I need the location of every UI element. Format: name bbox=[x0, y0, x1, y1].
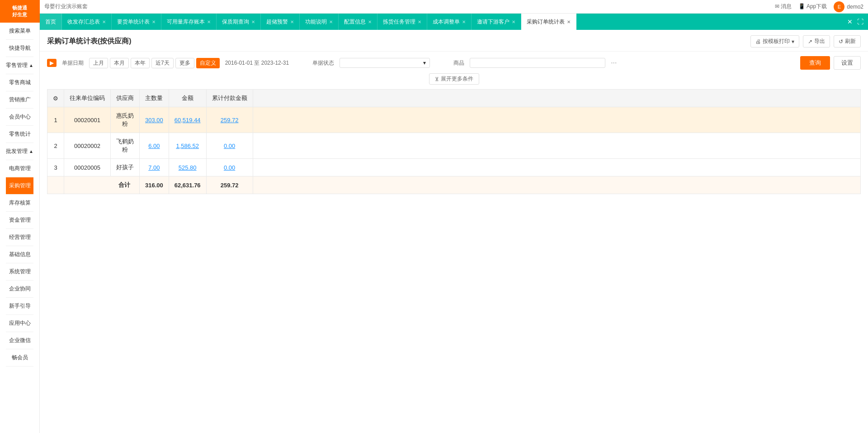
export-btn[interactable]: ↗ 导出 bbox=[803, 35, 830, 48]
template-print-btn[interactable]: 🖨 按模板打印 ▾ bbox=[750, 35, 799, 48]
tab-item-0[interactable]: 首页 bbox=[40, 14, 62, 30]
tab-close-btn[interactable]: ✕ bbox=[329, 19, 333, 24]
tab-close-btn[interactable]: ✕ bbox=[102, 19, 106, 24]
custom-date-btn[interactable]: 自定义 bbox=[196, 58, 220, 68]
last-month-btn[interactable]: 上月 bbox=[89, 58, 108, 68]
sidebar-item-15[interactable]: 企业协同 bbox=[6, 281, 33, 298]
tab-bar: 首页收发存汇总表✕要货单统计表✕可用量库存账本✕保质期查询✕超储预警✕功能说明✕… bbox=[40, 14, 868, 30]
sidebar: 畅捷通好生意 搜索菜单快捷导航零售管理▲零售商城营销推广会员中心零售统计批发管理… bbox=[0, 0, 40, 433]
sidebar-item-16[interactable]: 新手引导 bbox=[6, 298, 33, 315]
sidebar-label: 系统管理 bbox=[9, 268, 31, 276]
page-header: 采购订单统计表(按供应商) 🖨 按模板打印 ▾ ↗ 导出 ↺ 刷新 bbox=[40, 30, 868, 52]
cell-paid[interactable]: 0.00 bbox=[206, 159, 253, 176]
tab-close-btn[interactable]: ✕ bbox=[418, 19, 421, 24]
tab-item-2[interactable]: 要货单统计表✕ bbox=[112, 14, 161, 30]
footer-settings bbox=[47, 176, 64, 194]
status-select[interactable]: ▾ bbox=[340, 58, 430, 68]
sidebar-item-1[interactable]: 快捷导航 bbox=[6, 40, 33, 57]
tab-item-5[interactable]: 超储预警✕ bbox=[261, 14, 300, 30]
refresh-btn[interactable]: ↺ 刷新 bbox=[834, 35, 861, 48]
workspace-title: 母婴行业演示账套 bbox=[44, 3, 773, 10]
sidebar-item-8[interactable]: 电商管理 bbox=[6, 160, 33, 177]
sidebar-item-10[interactable]: 库存核算 bbox=[6, 195, 33, 212]
this-year-btn[interactable]: 本年 bbox=[131, 58, 150, 68]
cell-amount[interactable]: 60,519.44 bbox=[169, 107, 206, 133]
data-table-wrap: ⚙ 往来单位编码 供应商 主数量 金额 累计付款金额 1 00020001 惠氏… bbox=[40, 89, 868, 433]
dropdown-arrow-icon: ▾ bbox=[792, 38, 794, 45]
tab-item-4[interactable]: 保质期查询✕ bbox=[217, 14, 261, 30]
sidebar-label: 零售统计 bbox=[9, 130, 31, 138]
last-7days-btn[interactable]: 近7天 bbox=[151, 58, 174, 68]
app-download-btn[interactable]: 📱 App下载 bbox=[798, 3, 827, 10]
sidebar-item-18[interactable]: 企业微信 bbox=[6, 332, 33, 349]
col-amount: 金额 bbox=[169, 90, 206, 107]
message-btn[interactable]: ✉ 消息 bbox=[775, 3, 792, 10]
tab-close-btn[interactable]: ✕ bbox=[251, 19, 255, 24]
col-supplier: 供应商 bbox=[111, 90, 140, 107]
sidebar-label: 经营管理 bbox=[9, 233, 31, 241]
query-btn[interactable]: 查询 bbox=[800, 56, 830, 70]
logo-text: 畅捷通好生意 bbox=[12, 5, 27, 18]
goods-search-input[interactable] bbox=[470, 58, 605, 68]
cell-quantity[interactable]: 303.00 bbox=[140, 107, 169, 133]
cell-paid[interactable]: 259.72 bbox=[206, 107, 253, 133]
tab-item-3[interactable]: 可用量库存账本✕ bbox=[161, 14, 217, 30]
tab-item-10[interactable]: 邀请下游客户✕ bbox=[472, 14, 521, 30]
tab-close-btn[interactable]: ✕ bbox=[290, 19, 294, 24]
tab-item-11[interactable]: 采购订单统计表✕ bbox=[521, 14, 576, 30]
sidebar-item-6[interactable]: 零售统计 bbox=[6, 126, 33, 143]
sidebar-item-3[interactable]: 零售商城 bbox=[6, 74, 33, 91]
tab-item-7[interactable]: 配置信息✕ bbox=[339, 14, 377, 30]
tab-item-9[interactable]: 成本调整单✕ bbox=[427, 14, 472, 30]
sidebar-item-4[interactable]: 营销推广 bbox=[6, 91, 33, 109]
tab-fullscreen-icon[interactable]: ⛶ bbox=[857, 18, 863, 25]
app-logo: 畅捷通好生意 bbox=[0, 0, 40, 23]
sidebar-item-13[interactable]: 基础信息 bbox=[6, 246, 33, 263]
sidebar-item-0[interactable]: 搜索菜单 bbox=[6, 23, 33, 40]
sidebar-item-19[interactable]: 畅会员 bbox=[6, 349, 33, 366]
sidebar-item-12[interactable]: 经营管理 bbox=[6, 229, 33, 246]
col-code: 往来单位编码 bbox=[64, 90, 111, 107]
sidebar-item-17[interactable]: 应用中心 bbox=[6, 315, 33, 332]
tab-label: 首页 bbox=[45, 18, 56, 26]
cell-quantity[interactable]: 6.00 bbox=[140, 133, 169, 159]
tab-close-btn[interactable]: ✕ bbox=[207, 19, 211, 24]
tab-item-6[interactable]: 功能说明✕ bbox=[300, 14, 339, 30]
tab-close-icon[interactable]: ✕ bbox=[847, 18, 853, 25]
tab-label: 可用量库存账本 bbox=[167, 18, 205, 26]
table-footer-row: 合计 316.00 62,631.76 259.72 bbox=[47, 176, 861, 194]
col-paid: 累计付款金额 bbox=[206, 90, 253, 107]
tab-item-8[interactable]: 拣货任务管理✕ bbox=[377, 14, 427, 30]
refresh-icon: ↺ bbox=[839, 38, 843, 45]
cell-amount[interactable]: 525.80 bbox=[169, 159, 206, 176]
tab-label: 拣货任务管理 bbox=[383, 18, 415, 26]
tab-close-btn[interactable]: ✕ bbox=[462, 19, 466, 24]
sidebar-item-9[interactable]: 采购管理 bbox=[6, 177, 33, 195]
sidebar-item-5[interactable]: 会员中心 bbox=[6, 109, 33, 126]
tab-close-btn[interactable]: ✕ bbox=[152, 19, 156, 24]
filter-expand-toggle[interactable]: ▶ bbox=[47, 59, 57, 67]
sidebar-item-14[interactable]: 系统管理 bbox=[6, 263, 33, 281]
more-dates-btn[interactable]: 更多 bbox=[175, 58, 194, 68]
sidebar-item-7[interactable]: 批发管理▲ bbox=[6, 143, 33, 160]
more-options-icon[interactable]: ··· bbox=[611, 59, 617, 67]
sidebar-item-11[interactable]: 资金管理 bbox=[6, 212, 33, 229]
expand-more-btn[interactable]: ⊻ 展开更多条件 bbox=[429, 73, 479, 85]
col-settings[interactable]: ⚙ bbox=[47, 90, 64, 107]
tab-close-btn[interactable]: ✕ bbox=[567, 19, 571, 24]
tab-close-btn[interactable]: ✕ bbox=[512, 19, 515, 24]
user-menu[interactable]: E demo2 bbox=[834, 1, 863, 12]
cell-paid[interactable]: 0.00 bbox=[206, 133, 253, 159]
sidebar-item-2[interactable]: 零售管理▲ bbox=[6, 57, 33, 74]
tab-item-1[interactable]: 收发存汇总表✕ bbox=[62, 14, 112, 30]
cell-quantity[interactable]: 7.00 bbox=[140, 159, 169, 176]
table-row: 2 00020002 飞鹤奶粉 6.00 1,586.52 0.00 bbox=[47, 133, 861, 159]
sidebar-label: 基础信息 bbox=[9, 251, 31, 258]
tab-close-btn[interactable]: ✕ bbox=[368, 19, 372, 24]
settings-btn[interactable]: 设置 bbox=[834, 56, 861, 70]
this-month-btn[interactable]: 本月 bbox=[110, 58, 129, 68]
top-bar-actions: ✉ 消息 📱 App下载 E demo2 bbox=[775, 1, 863, 12]
cell-amount[interactable]: 1,586.52 bbox=[169, 133, 206, 159]
cell-extra bbox=[253, 133, 860, 159]
sidebar-label: 企业微信 bbox=[9, 337, 31, 344]
